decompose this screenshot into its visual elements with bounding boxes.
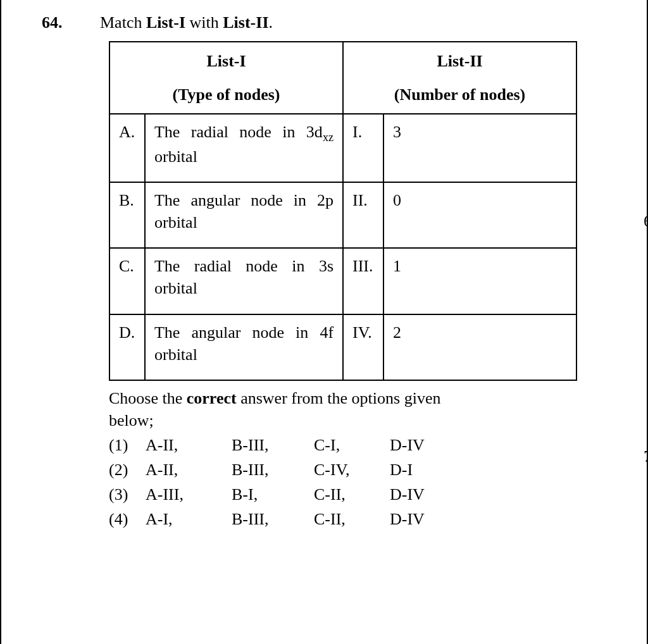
option-row[interactable]: (1) A-II, B-III, C-I, D-IV [109,434,621,456]
list1-letter: D. [109,314,145,380]
below-line2: below; [109,411,154,430]
choose-text: Choose the correct answer from the optio… [109,387,577,431]
match-table-wrap: List-I (Type of nodes) List-II (Number o… [109,41,621,381]
list1-letter: B. [109,182,145,248]
option-number: (4) [109,508,146,530]
option-cols: A-I, B-III, C-II, D-IV [146,508,466,530]
page-edge-char: 6 [644,210,648,232]
option-b: B-I, [232,483,314,505]
option-cols: A-III, B-I, C-II, D-IV [146,483,466,505]
option-row[interactable]: (2) A-II, B-III, C-IV, D-I [109,459,621,481]
option-c: C-I, [314,434,390,456]
list2-desc: 1 [383,248,576,314]
option-a: A-III, [146,483,232,505]
list2-sub: (Number of nodes) [394,85,526,104]
page-edge-char: 7 [644,445,648,468]
list1-letter: A. [109,114,145,182]
option-d: D-IV [390,434,466,456]
list1-header: List-I (Type of nodes) [109,42,343,114]
list1-desc: The angular node in 2p orbital [145,182,343,248]
option-a: A-I, [146,508,232,530]
below-bold: correct [187,389,237,407]
desc-sub: xz [323,131,333,144]
option-row[interactable]: (3) A-III, B-I, C-II, D-IV [109,483,621,505]
option-number: (2) [109,459,146,481]
option-a: A-II, [146,459,232,481]
list2-header: List-II (Number of nodes) [343,42,576,114]
list2-desc: 0 [383,182,576,248]
prompt-mid: with [185,13,223,32]
question-body: 64. Match List-I with List-II. List-I (T… [39,11,621,533]
list1-desc: The radial node in 3dxz orbital [145,114,343,182]
below-pre: Choose the [109,389,187,407]
option-d: D-IV [390,508,466,530]
below-post: answer from the options given [237,389,441,407]
option-cols: A-II, B-III, C-I, D-IV [146,434,466,456]
list1-desc: The radial node in 3s orbital [145,248,343,314]
option-a: A-II, [146,434,232,456]
option-d: D-I [390,459,466,481]
option-b: B-III, [232,508,314,530]
options-list: (1) A-II, B-III, C-I, D-IV (2) A-II, B-I… [109,434,621,530]
table-header-row: List-I (Type of nodes) List-II (Number o… [109,42,576,114]
list1-title: List-I [119,50,333,72]
desc-pre: The radial node in 3d [154,123,323,141]
desc-pre: The radial node in 3s orbital [154,257,333,297]
list2-letter: II. [343,182,383,248]
prompt-pre: Match [100,13,146,32]
list1-letter: C. [109,248,145,314]
match-table: List-I (Type of nodes) List-II (Number o… [109,41,577,381]
desc-post: orbital [154,147,197,166]
page: 64. Match List-I with List-II. List-I (T… [0,0,648,644]
option-b: B-III, [232,434,314,456]
desc-pre: The angular node in 4f orbital [154,323,333,364]
desc-pre: The angular node in 2p orbital [154,191,333,232]
list2-title: List-II [352,50,567,72]
table-row: A. The radial node in 3dxz orbital I. 3 [109,114,576,182]
option-number: (3) [109,483,146,505]
option-cols: A-II, B-III, C-IV, D-I [146,459,466,481]
option-c: C-II, [314,483,390,505]
list1-sub: (Type of nodes) [173,85,280,104]
question-header: 64. Match List-I with List-II. [39,11,621,34]
option-c: C-IV, [314,459,390,481]
question-number: 64. [42,11,63,34]
question-prompt: Match List-I with List-II. [100,11,621,34]
list2-letter: I. [343,114,383,182]
option-d: D-IV [390,483,466,505]
table-row: B. The angular node in 2p orbital II. 0 [109,182,576,248]
list2-letter: IV. [343,314,383,380]
table-row: D. The angular node in 4f orbital IV. 2 [109,314,576,380]
list2-desc: 3 [383,114,576,182]
option-c: C-II, [314,508,390,530]
option-number: (1) [109,434,146,456]
table-row: C. The radial node in 3s orbital III. 1 [109,248,576,314]
list2-desc: 2 [383,314,576,380]
option-b: B-III, [232,459,314,481]
prompt-list2: List-II [223,13,268,32]
prompt-list1: List-I [146,13,185,32]
option-row[interactable]: (4) A-I, B-III, C-II, D-IV [109,508,621,530]
list2-letter: III. [343,248,383,314]
prompt-end: . [269,13,273,32]
list1-desc: The angular node in 4f orbital [145,314,343,380]
